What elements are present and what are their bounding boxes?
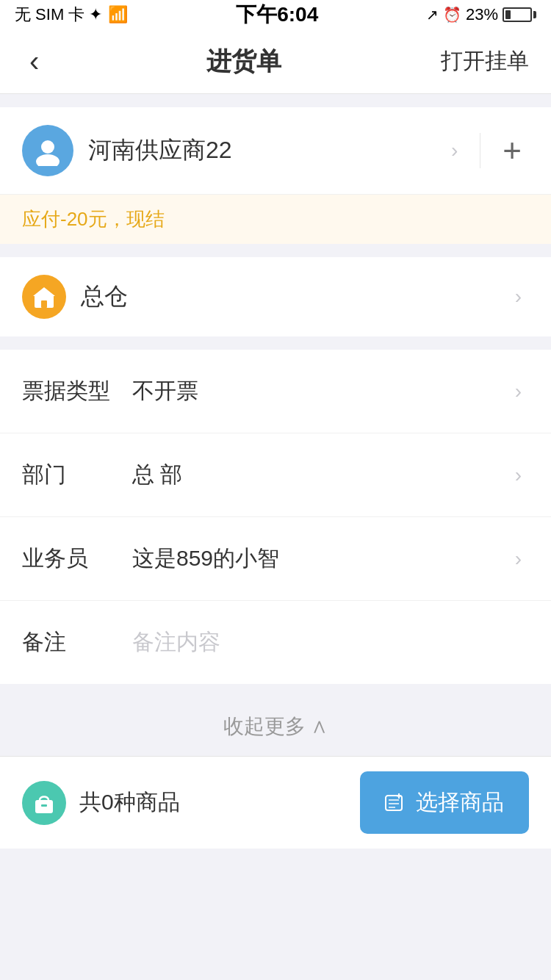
status-left: 无 SIM 卡 ✦ 📶 (15, 4, 128, 26)
battery-label: 23% (466, 5, 498, 24)
back-button[interactable]: ‹ (22, 37, 46, 85)
gray-fill-area (0, 849, 551, 980)
remark-input[interactable]: 备注内容 (132, 627, 529, 657)
shopping-bag-icon (31, 790, 57, 816)
wifi-icon: 📶 (108, 5, 128, 24)
product-count-area: 共0种商品 (22, 781, 180, 825)
invoice-type-label: 票据类型 (22, 376, 132, 406)
no-sim-label: 无 SIM 卡 ✦ (15, 4, 102, 26)
collapse-label: 收起更多 ∧ (223, 713, 328, 741)
supplier-avatar (22, 125, 73, 176)
supplier-card: 河南供应商22 › + 应付-20元，现结 (0, 107, 551, 244)
open-pending-button[interactable]: 打开挂单 (441, 46, 529, 76)
department-value: 总 部 (132, 460, 515, 490)
divider (480, 133, 480, 168)
salesperson-label: 业务员 (22, 544, 132, 574)
salesperson-row[interactable]: 业务员 这是859的小智 › (0, 517, 551, 601)
avatar-icon (32, 135, 63, 166)
svg-rect-4 (41, 300, 47, 308)
warehouse-icon-circle (22, 275, 66, 319)
product-icon-circle (22, 781, 66, 825)
location-icon: ↗ (426, 6, 439, 24)
main-content: 河南供应商22 › + 应付-20元，现结 总仓 › 票据类型 不开票 (0, 107, 551, 980)
select-product-label: 选择商品 (416, 788, 504, 818)
department-row[interactable]: 部门 总 部 › (0, 433, 551, 517)
battery-icon (503, 7, 536, 22)
add-button[interactable]: + (495, 132, 529, 169)
warehouse-row[interactable]: 总仓 › (0, 257, 551, 336)
page-title: 进货单 (206, 45, 281, 79)
warehouse-card: 总仓 › (0, 257, 551, 336)
warehouse-icon (32, 284, 57, 309)
salesperson-value: 这是859的小智 (132, 544, 515, 574)
invoice-type-row[interactable]: 票据类型 不开票 › (0, 350, 551, 433)
nav-bar: ‹ 进货单 打开挂单 (0, 29, 551, 94)
status-time: 下午6:04 (236, 1, 318, 29)
supplier-row[interactable]: 河南供应商22 › + (0, 107, 551, 195)
supplier-chevron-icon: › (451, 139, 458, 162)
select-product-button[interactable]: 选择商品 (360, 771, 529, 834)
status-right: ↗ ⏰ 23% (426, 5, 536, 24)
invoice-type-value: 不开票 (132, 376, 515, 406)
collapse-bar[interactable]: 收起更多 ∧ (0, 697, 551, 756)
product-count-label: 共0种商品 (79, 788, 180, 818)
supplier-notice: 应付-20元，现结 (0, 195, 551, 244)
select-product-icon (385, 793, 407, 813)
supplier-name: 河南供应商22 (88, 134, 451, 167)
bottom-bar: 共0种商品 选择商品 (0, 756, 551, 849)
department-chevron-icon: › (515, 464, 522, 487)
remark-row[interactable]: 备注 备注内容 (0, 601, 551, 684)
status-bar: 无 SIM 卡 ✦ 📶 下午6:04 ↗ ⏰ 23% (0, 0, 551, 29)
invoice-type-chevron-icon: › (515, 380, 522, 403)
svg-point-0 (41, 140, 54, 154)
alarm-icon: ⏰ (443, 6, 461, 24)
department-label: 部门 (22, 460, 132, 490)
svg-rect-6 (41, 804, 47, 807)
svg-marker-3 (33, 287, 55, 296)
form-section: 票据类型 不开票 › 部门 总 部 › 业务员 这是859的小智 › 备注 备注… (0, 350, 551, 684)
salesperson-chevron-icon: › (515, 547, 522, 571)
remark-label: 备注 (22, 627, 132, 657)
warehouse-chevron-icon: › (515, 285, 522, 309)
svg-point-1 (36, 154, 60, 166)
warehouse-name: 总仓 (81, 281, 515, 313)
